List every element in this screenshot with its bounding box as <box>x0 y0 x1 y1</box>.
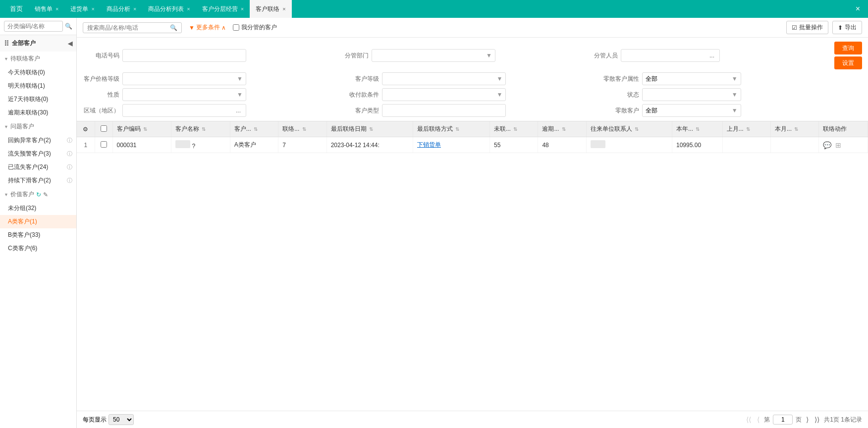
batch-operation-button[interactable]: ☑ 批量操作 <box>786 21 828 34</box>
filter-retail-customer-select[interactable]: 全部 ▼ <box>642 104 741 117</box>
my-customers-checkbox[interactable] <box>233 24 239 31</box>
filter-dept-select[interactable]: ▼ <box>372 49 495 62</box>
nav-tab-purchase[interactable]: 进货单 × <box>64 0 100 18</box>
close-customer-tier-tab[interactable]: × <box>241 6 244 12</box>
close-analysis-list-tab[interactable]: × <box>187 6 190 12</box>
filter-customer-level-select[interactable]: ▼ <box>382 72 506 85</box>
row-checkbox[interactable] <box>101 141 107 148</box>
filter-phone-input[interactable] <box>122 49 246 62</box>
sidebar-search-input[interactable] <box>4 21 63 32</box>
sidebar-item-churn-warning[interactable]: 流失预警客户(3) ⓘ <box>0 147 76 160</box>
filter-region-select[interactable]: ... <box>122 104 246 117</box>
filter-row-4: 区域（地区） ... 客户类型 零散客户 全部 ▼ <box>83 104 862 117</box>
setting-button[interactable]: 设置 <box>834 56 862 69</box>
nav-tab-sales[interactable]: 销售单 × <box>29 0 64 18</box>
col-contact2[interactable]: 往来单位联系人 ⇅ <box>586 121 672 137</box>
nav-tab-analysis-list[interactable]: 商品分析列表 × <box>142 0 196 18</box>
close-customer-contact-tab[interactable]: × <box>282 6 285 12</box>
sidebar-item-class-b[interactable]: B类客户(33) <box>0 228 76 242</box>
close-purchase-tab[interactable]: × <box>91 6 94 12</box>
value-edit-icon[interactable]: ✎ <box>43 191 48 198</box>
sidebar-item-repurchase-abnormal[interactable]: 回购异常客户(2) ⓘ <box>0 134 76 147</box>
value-refresh-icon[interactable]: ↻ <box>36 191 41 198</box>
filter-retail-attr-select[interactable]: 全部 ▼ <box>642 72 741 85</box>
col-overdue[interactable]: 逾期... ⇅ <box>538 121 586 137</box>
last-method-link[interactable]: 下销货单 <box>417 141 441 148</box>
close-analysis-tab[interactable]: × <box>133 6 136 12</box>
filter-customer-type-select[interactable] <box>382 104 506 117</box>
nav-tab-analysis[interactable]: 商品分析 × <box>101 0 142 18</box>
col-uncontacted[interactable]: 未联... ⇅ <box>489 121 538 137</box>
more-filter-button[interactable]: ▼ 更多条件 ∧ <box>186 23 229 32</box>
filter-row-1: 电话号码 分管部门 ▼ 分管人员 ... <box>83 42 862 69</box>
sidebar-all-customers-header[interactable]: ⠿ 全部客户 ◀ <box>0 35 76 52</box>
name-sort-icon: ⇅ <box>202 126 206 132</box>
query-button[interactable]: 查询 <box>834 42 862 54</box>
col-last-method[interactable]: 最后联络方式 ⇅ <box>413 121 489 137</box>
my-customers-checkbox-label[interactable]: 我分管的客户 <box>233 23 277 32</box>
action-icons: 💬 ⊞ <box>823 141 864 149</box>
filter-payment-select[interactable]: ▼ <box>382 88 506 101</box>
cell-overdue: 48 <box>538 137 586 153</box>
col-last-date[interactable]: 最后联络日期 ⇅ <box>326 121 413 137</box>
col-contact[interactable]: 联络... ⇅ <box>278 121 326 137</box>
qr-icon[interactable]: ⊞ <box>835 141 841 149</box>
filter-price-level-label: 客户价格等级 <box>83 75 122 83</box>
sidebar-item-today[interactable]: 今天待联络(0) <box>0 66 76 79</box>
sidebar-item-overdue[interactable]: 逾期未联络(30) <box>0 106 76 119</box>
sidebar-search-area: 🔍 <box>0 18 76 35</box>
col-name[interactable]: 客户名称 ⇅ <box>171 121 230 137</box>
sidebar-item-7days[interactable]: 近7天待联络(0) <box>0 93 76 106</box>
filter-price-level-select[interactable]: ▼ <box>122 72 246 85</box>
filter-customer-level: 客户等级 ▼ <box>342 72 602 85</box>
export-button[interactable]: ⬆ 导出 <box>832 21 862 34</box>
cell-type: A类客户 <box>230 137 278 153</box>
all-customers-label: 全部客户 <box>12 39 36 48</box>
sidebar-item-class-c[interactable]: C类客户(6) <box>0 242 76 255</box>
page-input[interactable] <box>773 415 793 425</box>
filter-nature-label: 性质 <box>83 91 122 99</box>
batch-checkbox-icon: ☑ <box>792 24 797 31</box>
sidebar-item-ungrouped[interactable]: 未分组(32) <box>0 202 76 215</box>
nav-home[interactable]: 首页 <box>4 4 29 13</box>
sidebar-collapse-button[interactable]: ◀ <box>68 40 72 47</box>
first-page-button[interactable]: ⟨⟨ <box>745 416 753 424</box>
col-code[interactable]: 客户编码 ⇅ <box>112 121 171 137</box>
col-this-year[interactable]: 本年... ⇅ <box>672 121 723 137</box>
region-dots-icon[interactable]: ... <box>234 107 243 114</box>
col-settings[interactable]: ⚙ <box>77 121 95 137</box>
nav-tab-customer-tier[interactable]: 客户分层经营 × <box>196 0 250 18</box>
sidebar-item-tomorrow[interactable]: 明天待联络(1) <box>0 79 76 93</box>
per-page-select[interactable]: 50 100 200 <box>108 414 134 425</box>
cell-last-date: 2023-04-12 14:44: <box>326 137 413 153</box>
sidebar-item-class-a[interactable]: A类客户(1) <box>0 215 76 228</box>
filter-person-select[interactable]: ... <box>621 49 720 62</box>
filter-row-2: 客户价格等级 ▼ 客户等级 ▼ 零散客户属性 全部 <box>83 72 862 85</box>
sidebar-search-icon[interactable]: 🔍 <box>65 23 72 30</box>
chat-icon[interactable]: 💬 <box>823 141 831 149</box>
sidebar-item-churned[interactable]: 已流失客户(24) ⓘ <box>0 160 76 174</box>
status-dropdown-icon: ▼ <box>732 91 738 98</box>
close-all-button[interactable]: × <box>852 4 864 13</box>
col-last-month[interactable]: 上月... ⇅ <box>722 121 770 137</box>
search-input[interactable] <box>87 24 170 31</box>
filter-payment-label: 收付款条件 <box>342 91 382 99</box>
search-icon[interactable]: 🔍 <box>170 24 177 31</box>
col-this-month[interactable]: 本月... ⇅ <box>771 121 819 137</box>
filter-status-select[interactable]: ▼ <box>642 88 741 101</box>
filter-status-label: 状态 <box>602 91 642 99</box>
filter-status: 状态 ▼ <box>602 88 862 101</box>
next-page-button[interactable]: ⟩ <box>805 416 810 424</box>
close-sales-tab[interactable]: × <box>55 6 58 12</box>
prev-page-button[interactable]: ⟨ <box>756 416 761 424</box>
sidebar-item-declining[interactable]: 持续下滑客户(2) ⓘ <box>0 174 76 187</box>
select-all-checkbox[interactable] <box>101 125 107 132</box>
person-dots-icon[interactable]: ... <box>707 52 716 59</box>
last-page-button[interactable]: ⟩⟩ <box>813 416 821 424</box>
nav-tab-customer-contact[interactable]: 客户联络 × <box>250 0 291 18</box>
sidebar: 🔍 ⠿ 全部客户 ◀ 待联络客户 今天待联络(0) 明天待联络(1) 近7天待联… <box>0 18 77 428</box>
col-type[interactable]: 客户... ⇅ <box>230 121 278 137</box>
filter-nature-select[interactable]: ▼ <box>122 88 246 101</box>
cell-last-method[interactable]: 下销货单 <box>413 137 489 153</box>
table-header-row: ⚙ 客户编码 ⇅ 客户名称 ⇅ 客户... ⇅ 联络... ⇅ 最后联络日期 ⇅… <box>77 121 868 137</box>
